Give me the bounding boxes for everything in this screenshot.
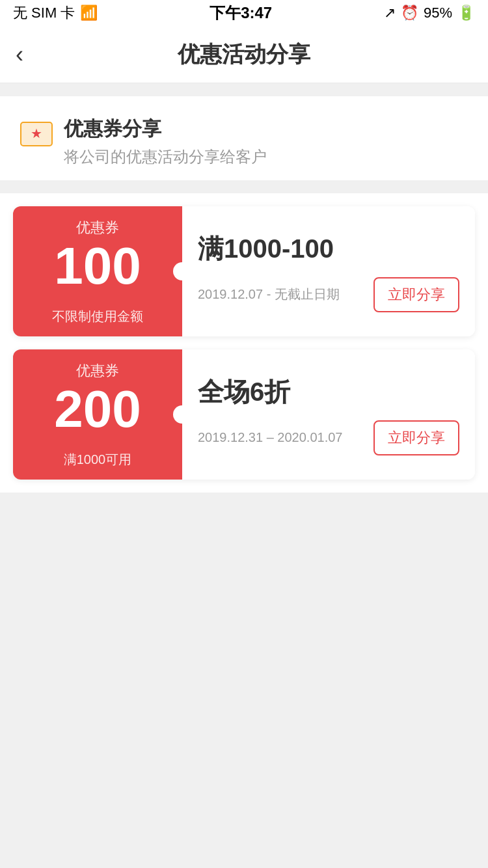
status-time: 下午3:47 [210, 3, 272, 23]
coupon-name: 全场6折 [198, 374, 459, 410]
section-info: 优惠券分享 将公司的优惠活动分享给客户 [64, 116, 267, 167]
carrier-text: 无 SIM 卡 [13, 3, 75, 23]
coupon-left-panel: 优惠券 200 满1000可用 [13, 349, 182, 480]
back-button[interactable]: ‹ [16, 43, 23, 66]
coupon-condition: 不限制使用金额 [52, 308, 143, 325]
coupon-card: 优惠券 100 不限制使用金额 满1000-100 2019.12.07 - 无… [13, 206, 475, 336]
status-bar: 无 SIM 卡 📶 下午3:47 ↗ ⏰ 95% 🔋 [0, 0, 488, 26]
battery-icon: 🔋 [457, 5, 475, 21]
wifi-icon: 📶 [80, 5, 98, 21]
coupon-right-panel: 全场6折 2019.12.31 – 2020.01.07 立即分享 [182, 349, 475, 480]
status-right: ↗ ⏰ 95% 🔋 [384, 5, 475, 21]
battery-text: 95% [424, 5, 452, 21]
coupon-condition: 满1000可用 [64, 451, 132, 468]
section-title: 优惠券分享 [64, 116, 267, 142]
section-description: 将公司的优惠活动分享给客户 [64, 146, 267, 167]
svg-text:★: ★ [31, 126, 42, 141]
coupon-left-panel: 优惠券 100 不限制使用金额 [13, 206, 182, 336]
coupon-date: 2019.12.07 - 无截止日期 [198, 286, 373, 303]
coupon-list: 优惠券 100 不限制使用金额 满1000-100 2019.12.07 - 无… [0, 193, 488, 493]
coupon-right-panel: 满1000-100 2019.12.07 - 无截止日期 立即分享 [182, 206, 475, 336]
coupon-amount: 100 [54, 240, 141, 292]
coupon-share-icon: ★ [20, 117, 53, 151]
status-carrier: 无 SIM 卡 📶 [13, 3, 98, 23]
coupon-footer: 2019.12.07 - 无截止日期 立即分享 [198, 277, 459, 312]
share-button[interactable]: 立即分享 [373, 420, 459, 455]
coupon-type-label: 优惠券 [76, 218, 119, 237]
section-header: ★ 优惠券分享 将公司的优惠活动分享给客户 [0, 96, 488, 180]
nav-bar: ‹ 优惠活动分享 [0, 26, 488, 83]
coupon-footer: 2019.12.31 – 2020.01.07 立即分享 [198, 420, 459, 455]
coupon-date: 2019.12.31 – 2020.01.07 [198, 430, 373, 445]
coupon-amount: 200 [54, 383, 141, 435]
alarm-icon: ⏰ [401, 5, 418, 21]
share-button[interactable]: 立即分享 [373, 277, 459, 312]
page-title: 优惠活动分享 [178, 40, 310, 70]
coupon-type-label: 优惠券 [76, 361, 119, 381]
coupon-card: 优惠券 200 满1000可用 全场6折 2019.12.31 – 2020.0… [13, 349, 475, 480]
coupon-name: 满1000-100 [198, 231, 459, 267]
location-icon: ↗ [384, 5, 396, 21]
